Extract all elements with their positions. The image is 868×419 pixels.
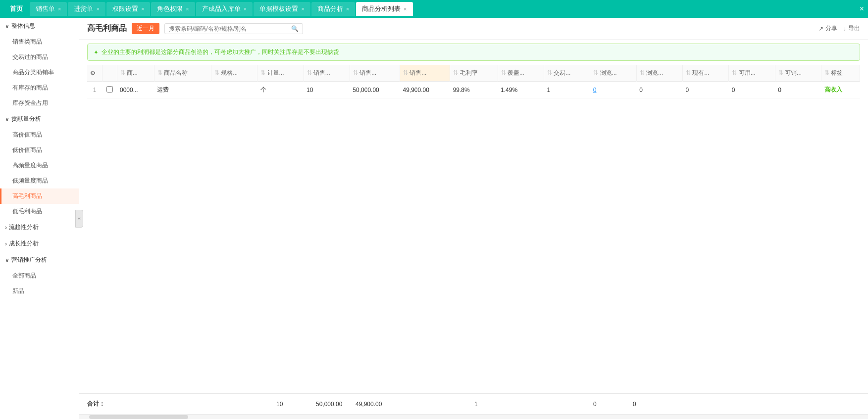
row-sales-qty: 10 xyxy=(304,82,350,98)
table-container: ⚙ ⇅ 商... ⇅ 商品名称 ⇅ 规格... ⇅ 计量... ⇅ 销售... … xyxy=(79,65,868,393)
sidebar-group-growth-analysis[interactable]: › 成长性分析 xyxy=(0,235,79,252)
info-text: 企业的主要的利润都是这部分商品创造的，可考虑加大推广，同时关注库存是不要出现缺货 xyxy=(102,48,339,56)
content-area: 高毛利商品 近一月 🔍 ↗ 分享 ↓ 导出 ✦ 企业的主要的利润都是这部分商品创… xyxy=(79,18,868,419)
footer-coverage xyxy=(392,401,432,408)
col-sort-icon: ⇅ xyxy=(453,69,458,76)
tab-purchase-close[interactable]: × xyxy=(96,6,99,12)
tab-role-permission[interactable]: 角色权限 × xyxy=(151,2,195,16)
sidebar-group-wealth-analysis[interactable]: ∨ 贡献量分析 xyxy=(0,111,79,127)
col-unit[interactable]: ⇅ 计量... xyxy=(257,65,304,82)
row-current-stock: 0 xyxy=(682,82,728,98)
sidebar: ∨ 整体信息 销售类商品 交易过的商品 商品分类助销率 有库存的商品 库存资金占… xyxy=(0,18,79,419)
sidebar-item-low-value[interactable]: 低价值商品 xyxy=(0,142,79,158)
sidebar-item-goods-distribution[interactable]: 商品分类助销率 xyxy=(0,65,79,80)
tab-permission-settings-close[interactable]: × xyxy=(141,6,144,12)
col-browse2[interactable]: ⇅ 浏览... xyxy=(636,65,682,82)
search-icon[interactable]: 🔍 xyxy=(291,25,299,32)
row-sales-cost: 49,900.00 xyxy=(400,82,450,98)
col-spec[interactable]: ⇅ 规格... xyxy=(211,65,257,82)
page-title: 高毛利商品 xyxy=(87,23,127,34)
sidebar-group-marketing-label: 营销推广分析 xyxy=(11,256,47,264)
sidebar-toggle-button[interactable]: « xyxy=(75,210,83,228)
export-button[interactable]: ↓ 导出 xyxy=(843,24,860,33)
col-code[interactable]: ⇅ 商... xyxy=(117,65,154,82)
col-available[interactable]: ⇅ 可用... xyxy=(729,65,775,82)
sidebar-item-new-goods[interactable]: 新品 xyxy=(0,283,79,299)
sidebar-item-sales-goods[interactable]: 销售类商品 xyxy=(0,34,79,49)
row-browse1[interactable]: 0 xyxy=(590,82,636,98)
row-available: 0 xyxy=(729,82,775,98)
row-checkbox[interactable] xyxy=(102,82,117,98)
tab-permission-settings[interactable]: 权限设置 × xyxy=(106,2,150,16)
row-unit: 个 xyxy=(257,82,304,98)
row-transaction: 1 xyxy=(544,82,590,98)
sidebar-item-high-margin[interactable]: 高毛利商品 xyxy=(0,188,79,204)
row-tag: 高收入 xyxy=(821,82,860,98)
share-icon: ↗ xyxy=(818,25,823,32)
filter-recent-month-button[interactable]: 近一月 xyxy=(132,23,159,34)
table-row: 1 0000... 运费 个 10 50,000.00 49,900.00 99… xyxy=(87,82,860,98)
footer-bar: 合计： 10 50,000.00 49,900.00 1 0 0 xyxy=(79,393,868,414)
sidebar-item-low-freq[interactable]: 低频量度商品 xyxy=(0,173,79,188)
sidebar-group-marketing-arrow: ∨ xyxy=(5,257,9,264)
col-browse1[interactable]: ⇅ 浏览... xyxy=(590,65,636,82)
tab-product-entry-close[interactable]: × xyxy=(244,6,247,12)
sidebar-item-traded-goods[interactable]: 交易过的商品 xyxy=(0,49,79,65)
scroll-thumb[interactable] xyxy=(89,415,188,419)
share-button[interactable]: ↗ 分享 xyxy=(818,24,837,33)
col-transaction[interactable]: ⇅ 交易... xyxy=(544,65,590,82)
row-coverage: 1.49% xyxy=(498,82,544,98)
tab-template-settings-label: 单据模板设置 xyxy=(259,4,298,13)
col-name[interactable]: ⇅ 商品名称 xyxy=(154,65,211,82)
export-label: 导出 xyxy=(848,24,860,33)
tab-role-permission-close[interactable]: × xyxy=(186,6,189,12)
tab-sales[interactable]: 销售单 × xyxy=(30,2,67,16)
col-sort-icon: ⇅ xyxy=(260,69,265,76)
col-gross-margin[interactable]: ⇅ 毛利率 xyxy=(450,65,498,82)
tab-product-analysis[interactable]: 商品分析 × xyxy=(311,2,355,16)
tab-product-analysis-close[interactable]: × xyxy=(346,6,349,12)
col-current-stock[interactable]: ⇅ 现有... xyxy=(682,65,728,82)
tab-purchase[interactable]: 进货单 × xyxy=(68,2,105,16)
tab-product-analysis-list[interactable]: 商品分析列表 × xyxy=(356,2,412,16)
footer-values: 10 50,000.00 49,900.00 1 0 0 xyxy=(115,401,860,408)
sidebar-item-inventory-capital[interactable]: 库存资金占用 xyxy=(0,95,79,111)
sidebar-group-trend-arrow: › xyxy=(5,224,7,231)
tab-product-analysis-list-close[interactable]: × xyxy=(404,6,407,12)
col-tag[interactable]: ⇅ 标签 xyxy=(821,65,860,82)
row-spec xyxy=(211,82,257,98)
tab-sales-label: 销售单 xyxy=(36,4,55,13)
row-saleable: 0 xyxy=(775,82,821,98)
sidebar-group-marketing-analysis[interactable]: ∨ 营销推广分析 xyxy=(0,252,79,268)
col-saleable[interactable]: ⇅ 可销... xyxy=(775,65,821,82)
tab-template-settings[interactable]: 单据模板设置 × xyxy=(254,2,310,16)
col-settings[interactable]: ⚙ xyxy=(87,65,102,82)
info-icon: ✦ xyxy=(94,49,99,56)
sidebar-group-wealth-label: 贡献量分析 xyxy=(11,115,41,123)
sidebar-group-trend-analysis[interactable]: › 流趋性分析 xyxy=(0,219,79,235)
footer-browse1 xyxy=(511,401,551,408)
sidebar-group-growth-arrow: › xyxy=(5,240,7,247)
sidebar-group-trend-label: 流趋性分析 xyxy=(9,223,39,232)
col-checkbox xyxy=(102,65,117,82)
sidebar-item-low-margin[interactable]: 低毛利商品 xyxy=(0,204,79,219)
col-coverage[interactable]: ⇅ 覆盖... xyxy=(498,65,544,82)
sidebar-wrapper: ∨ 整体信息 销售类商品 交易过的商品 商品分类助销率 有库存的商品 库存资金占… xyxy=(0,18,79,419)
close-all-tabs-button[interactable]: × xyxy=(860,4,864,13)
sidebar-item-all-goods[interactable]: 全部商品 xyxy=(0,268,79,283)
col-sales-cost[interactable]: ⇅ 销售... xyxy=(400,65,450,82)
horizontal-scrollbar[interactable] xyxy=(79,414,868,419)
row-code: 0000... xyxy=(117,82,154,98)
sidebar-group-overall[interactable]: ∨ 整体信息 xyxy=(0,18,79,34)
tab-template-settings-close[interactable]: × xyxy=(301,6,304,12)
sidebar-item-high-value[interactable]: 高价值商品 xyxy=(0,127,79,142)
sidebar-item-high-freq[interactable]: 高频量度商品 xyxy=(0,158,79,173)
search-input[interactable] xyxy=(169,25,289,32)
sidebar-item-inventory-goods[interactable]: 有库存的商品 xyxy=(0,80,79,95)
col-sales-amount[interactable]: ⇅ 销售... xyxy=(350,65,400,82)
tab-product-entry[interactable]: 产成品入库单 × xyxy=(196,2,253,16)
col-sales-qty[interactable]: ⇅ 销售... xyxy=(304,65,350,82)
header-actions: ↗ 分享 ↓ 导出 xyxy=(818,24,860,33)
tab-sales-close[interactable]: × xyxy=(58,6,61,12)
tab-home[interactable]: 首页 xyxy=(4,2,29,16)
